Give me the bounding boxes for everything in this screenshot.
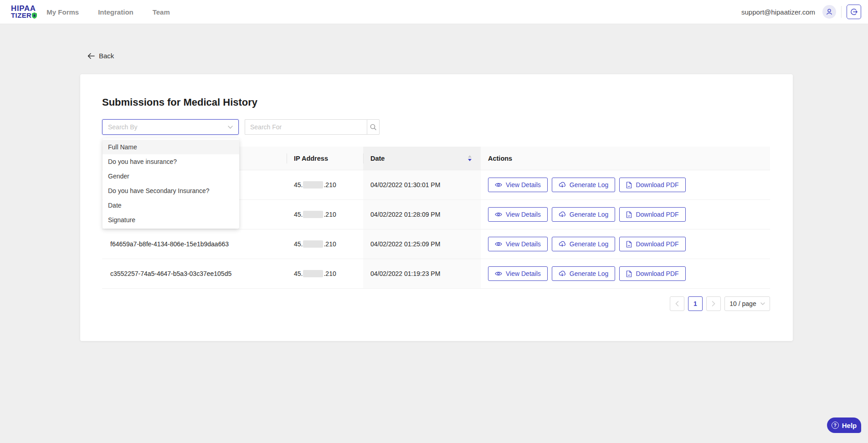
- search-by-dropdown-panel: Full Name Do you have insurance? Gender …: [103, 138, 239, 229]
- question-icon: [832, 422, 839, 429]
- chevron-down-icon: [228, 126, 233, 129]
- dropdown-option-date[interactable]: Date: [103, 198, 239, 213]
- file-pdf-icon: [626, 270, 632, 277]
- logo-text-bottom: TIZER: [11, 12, 37, 19]
- pagination-page-1[interactable]: 1: [688, 296, 703, 311]
- search-for-input[interactable]: [245, 119, 367, 135]
- table-row: f64659a7-b8fe-4134-806e-15e1b9daa663 45.…: [102, 229, 770, 259]
- dropdown-option-secondary-insurance[interactable]: Do you have Secondary Insurance?: [103, 183, 239, 198]
- dropdown-option-full-name[interactable]: Full Name: [103, 140, 239, 154]
- ip-redaction: [303, 211, 323, 218]
- actions-cell: View Details Generate Log: [481, 200, 770, 229]
- ip-redaction: [303, 270, 323, 277]
- nav-item-integration[interactable]: Integration: [98, 8, 134, 16]
- nav-item-my-forms[interactable]: My Forms: [46, 8, 79, 16]
- page-title: Submissions for Medical History: [102, 97, 770, 108]
- ip-address-cell: 45..210: [287, 229, 363, 259]
- page-size-value: 10 / page: [729, 300, 756, 307]
- shield-lock-icon: [32, 12, 37, 19]
- caret-up-icon: [468, 155, 472, 158]
- pagination: 1 10 / page: [102, 296, 770, 311]
- submissions-card: Submissions for Medical History Search B…: [80, 74, 793, 341]
- ip-address-cell: 45..210: [287, 170, 363, 199]
- ip-redaction: [303, 181, 323, 188]
- generate-log-button[interactable]: Generate Log: [552, 178, 616, 192]
- header-actions: Actions: [481, 147, 770, 170]
- date-cell: 04/02/2022 01:28:09 PM: [363, 200, 481, 229]
- actions-cell: View Details Generate Log: [481, 170, 770, 199]
- date-cell: 04/02/2022 01:25:09 PM: [363, 229, 481, 259]
- view-details-button[interactable]: View Details: [488, 237, 548, 251]
- actions-cell: View Details Generate Log: [481, 259, 770, 288]
- eye-icon: [495, 241, 502, 247]
- cloud-download-icon: [559, 182, 566, 188]
- dropdown-option-gender[interactable]: Gender: [103, 169, 239, 183]
- file-pdf-icon: [626, 182, 632, 188]
- generate-log-button[interactable]: Generate Log: [552, 207, 616, 222]
- eye-icon: [495, 182, 502, 188]
- chevron-left-icon: [675, 301, 679, 306]
- header-date-sortable[interactable]: Date: [363, 147, 481, 170]
- download-pdf-button[interactable]: Download PDF: [619, 178, 685, 192]
- date-cell: 04/02/2022 01:30:01 PM: [363, 170, 481, 199]
- cloud-download-icon: [559, 241, 566, 247]
- help-label: Help: [842, 422, 857, 429]
- top-navbar: HIPAA TIZER My Forms Integration Team su…: [0, 0, 868, 24]
- chevron-right-icon: [712, 301, 715, 306]
- cloud-download-icon: [559, 270, 566, 277]
- app-logo[interactable]: HIPAA TIZER: [11, 5, 37, 19]
- back-label: Back: [99, 52, 114, 60]
- search-by-select[interactable]: Search By: [102, 119, 239, 135]
- chevron-down-icon: [760, 302, 765, 305]
- help-button[interactable]: Help: [827, 418, 861, 433]
- ip-address-cell: 45..210: [287, 259, 363, 288]
- ip-address-cell: 45..210: [287, 200, 363, 229]
- header-ip-address: IP Address: [287, 147, 363, 170]
- navbar-divider: [841, 6, 842, 18]
- actions-cell: View Details Generate Log: [481, 229, 770, 259]
- arrow-left-icon: [87, 53, 95, 59]
- file-pdf-icon: [626, 211, 632, 218]
- cloud-download-icon: [559, 211, 566, 218]
- logout-button[interactable]: [847, 5, 861, 19]
- submission-id-cell: c3552257-74a5-4647-b5a3-03c37ee105d5: [102, 259, 287, 288]
- dropdown-option-insurance[interactable]: Do you have insurance?: [103, 154, 239, 169]
- back-link[interactable]: Back: [87, 52, 114, 60]
- ip-redaction: [303, 240, 323, 248]
- search-for-group: [245, 119, 380, 135]
- logout-icon: [850, 8, 858, 16]
- dropdown-option-signature[interactable]: Signature: [103, 213, 239, 227]
- user-email: support@hipaatizer.com: [741, 8, 815, 16]
- avatar[interactable]: [822, 5, 836, 19]
- search-icon: [370, 124, 376, 130]
- user-icon: [826, 8, 833, 15]
- search-row: Search By: [102, 119, 770, 135]
- pagination-next-button[interactable]: [706, 296, 721, 311]
- download-pdf-button[interactable]: Download PDF: [619, 237, 685, 251]
- generate-log-button[interactable]: Generate Log: [552, 266, 616, 281]
- eye-icon: [495, 212, 502, 217]
- view-details-button[interactable]: View Details: [488, 266, 548, 281]
- download-pdf-button[interactable]: Download PDF: [619, 266, 685, 281]
- search-button[interactable]: [367, 119, 380, 135]
- generate-log-button[interactable]: Generate Log: [552, 237, 616, 251]
- sort-carets-icon: [468, 155, 472, 161]
- page-size-select[interactable]: 10 / page: [724, 296, 770, 311]
- eye-icon: [495, 271, 502, 276]
- pagination-prev-button[interactable]: [670, 296, 684, 311]
- search-by-placeholder: Search By: [108, 123, 138, 131]
- caret-down-icon: [468, 159, 472, 161]
- table-row: c3552257-74a5-4647-b5a3-03c37ee105d5 45.…: [102, 259, 770, 289]
- view-details-button[interactable]: View Details: [488, 207, 548, 222]
- view-details-button[interactable]: View Details: [488, 178, 548, 192]
- nav-item-team[interactable]: Team: [153, 8, 170, 16]
- file-pdf-icon: [626, 241, 632, 248]
- submission-id-cell: f64659a7-b8fe-4134-806e-15e1b9daa663: [102, 229, 287, 259]
- date-cell: 04/02/2022 01:19:23 PM: [363, 259, 481, 288]
- download-pdf-button[interactable]: Download PDF: [619, 207, 685, 222]
